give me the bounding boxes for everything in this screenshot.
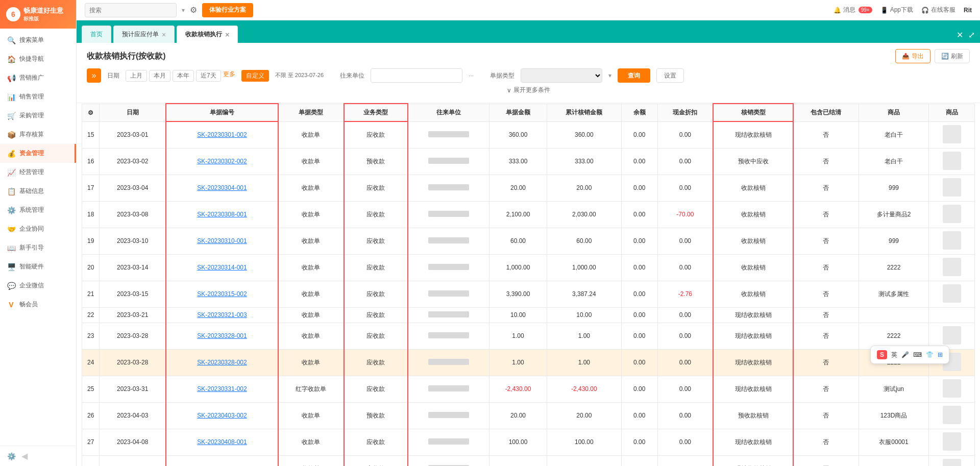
bill-no-link[interactable]: SK-20230310-001: [197, 237, 247, 244]
cell-partner: [408, 323, 489, 349]
cell-biz-type: 预收款: [344, 148, 408, 175]
shirt-icon[interactable]: 👕: [926, 351, 934, 358]
keyboard-icon[interactable]: ⌨: [913, 351, 922, 358]
filter-expand-toggle[interactable]: »: [87, 68, 101, 83]
grid-icon[interactable]: ⊞: [938, 351, 943, 358]
cell-biz-type: 应收款: [344, 429, 408, 455]
sidebar-item-search[interactable]: 🔍 搜索菜单: [0, 31, 76, 50]
cell-no: 21: [82, 281, 100, 307]
cell-bill-type: 收款单: [278, 121, 344, 148]
more-date-options[interactable]: 更多: [223, 70, 235, 82]
collapse-icon[interactable]: ◀: [21, 451, 28, 461]
sidebar-item-quick-nav[interactable]: 🏠 快捷导航: [0, 50, 76, 68]
receipt-type-select[interactable]: 收款单 红字收款单: [521, 68, 602, 83]
cell-no: 17: [82, 175, 100, 201]
bill-no-link[interactable]: SK-20230321-003: [197, 311, 247, 318]
settings-bottom-icon[interactable]: ⚙️: [7, 452, 15, 460]
bill-no-link[interactable]: SK-20230302-002: [197, 158, 247, 165]
topbar-settings-icon[interactable]: ⚙: [190, 5, 197, 15]
tab-preorder-close-icon[interactable]: ×: [162, 31, 166, 38]
partner-masked: [428, 131, 469, 137]
refresh-button[interactable]: 🔄 刷新: [935, 49, 970, 63]
expand-more-button[interactable]: ∨ 展开更多条件: [507, 86, 550, 94]
sidebar-item-label: 系统管理: [19, 206, 44, 214]
brand-s-icon: S: [877, 350, 887, 359]
sidebar-item-marketing[interactable]: 📢 营销推广: [0, 68, 76, 87]
mic-icon[interactable]: 🎤: [901, 351, 909, 358]
custom-date-button[interactable]: 自定义: [241, 70, 269, 82]
cell-biz-type: 应收款: [344, 307, 408, 323]
sidebar-item-label: 库存核算: [19, 130, 44, 139]
query-button[interactable]: 查询: [618, 68, 650, 83]
sidebar-item-inventory[interactable]: 📦 库存核算: [0, 125, 76, 144]
tab-home[interactable]: 首页: [82, 26, 111, 43]
bill-no-link[interactable]: SK-20230308-001: [197, 211, 247, 218]
table-wrapper: ⚙ 日期 单据编号 单据类型 业务类型 往来单位 单据金额 累计核销金额 余额 …: [77, 103, 980, 466]
partner-filter-dots[interactable]: ···: [469, 72, 474, 79]
this-month-button[interactable]: 本月: [149, 70, 170, 82]
logo-text: 畅康道好生意 标推版: [23, 6, 63, 22]
cell-date: 2023-03-14: [100, 254, 166, 281]
tab-preorder[interactable]: 预计应应付单 ×: [113, 26, 175, 43]
table-row: 18 2023-03-08 SK-20230308-001 收款单 应收款 2,…: [82, 201, 975, 228]
setting-button[interactable]: 设置: [656, 68, 684, 83]
cell-bill-no: SK-20230328-002: [166, 349, 278, 376]
export-button[interactable]: 📤 导出: [895, 49, 930, 63]
app-download-button[interactable]: 📱 App下载: [880, 6, 913, 14]
sidebar-nav: 🔍 搜索菜单 🏠 快捷导航 📢 营销推广 📊 销售管理 🛒 采购管理 📦 库存核…: [0, 29, 76, 446]
this-year-button[interactable]: 本年: [173, 70, 194, 82]
bill-no-link[interactable]: SK-20230315-002: [197, 290, 247, 298]
cell-cancel-type: 现结收款核销: [713, 307, 793, 323]
last-7days-button[interactable]: 近7天: [196, 70, 221, 82]
tab-collection-close-icon[interactable]: ×: [225, 31, 229, 38]
bell-icon: 🔔: [834, 7, 841, 14]
cell-include-settled: 否: [793, 455, 859, 466]
sidebar-item-wechat[interactable]: 💬 企业微信: [0, 276, 76, 295]
cell-balance: 0.00: [621, 455, 657, 466]
expand-arrows-icon: »: [92, 71, 96, 80]
industry-solution-button[interactable]: 体验行业方案: [202, 3, 253, 17]
cell-date: 2023-04-18: [100, 455, 166, 466]
bill-no-link[interactable]: SK-20230304-001: [197, 184, 247, 191]
sidebar-item-sales[interactable]: 📊 销售管理: [0, 87, 76, 106]
cell-cumulative: 1.00: [547, 349, 621, 376]
sidebar-item-operation[interactable]: 📈 经营管理: [0, 163, 76, 182]
sidebar-item-guide[interactable]: 📖 新手引导: [0, 238, 76, 257]
service-label: 在线客服: [931, 6, 955, 14]
bill-no-link[interactable]: SK-20230331-002: [197, 385, 247, 393]
cell-no: 26: [82, 402, 100, 429]
topbar-right: 🔔 消息 99+ 📱 App下载 🎧 在线客服 Rit: [834, 6, 972, 14]
user-account[interactable]: Rit: [964, 7, 972, 14]
cell-partner: [408, 201, 489, 228]
search-input[interactable]: [85, 3, 177, 17]
sidebar-item-finance[interactable]: 💰 资金管理: [0, 144, 76, 163]
book-icon: 📖: [7, 244, 15, 252]
bill-no-link[interactable]: SK-20230408-001: [197, 438, 247, 446]
cell-amount: 360.00: [489, 121, 547, 148]
bill-no-link[interactable]: SK-20230328-002: [197, 359, 247, 366]
bill-no-link[interactable]: SK-20230301-002: [197, 131, 247, 138]
sidebar-item-basic[interactable]: 📋 基础信息: [0, 182, 76, 201]
bill-no-link[interactable]: SK-20230328-001: [197, 332, 247, 339]
sidebar-item-corp[interactable]: 🤝 企业协同: [0, 219, 76, 238]
dropdown-icon[interactable]: ▾: [182, 7, 185, 14]
partner-filter-input[interactable]: [371, 68, 462, 83]
cell-discount: 0.00: [657, 455, 713, 466]
tab-collection[interactable]: 收款核销执行 ×: [177, 26, 238, 43]
bill-no-link[interactable]: SK-20230314-001: [197, 264, 247, 271]
expand-window-icon[interactable]: ⤢: [968, 30, 975, 40]
messages-button[interactable]: 🔔 消息 99+: [834, 6, 872, 14]
cell-bill-no: SK-20230301-002: [166, 121, 278, 148]
close-tab-icon[interactable]: ✕: [957, 30, 963, 40]
receipt-type-dropdown-icon[interactable]: ▾: [608, 72, 611, 79]
sidebar-item-hardware[interactable]: 🖥️ 智能硬件: [0, 257, 76, 276]
sidebar-item-purchase[interactable]: 🛒 采购管理: [0, 106, 76, 125]
cell-include-settled: 否: [793, 376, 859, 402]
bill-no-link[interactable]: SK-20230403-002: [197, 412, 247, 419]
sidebar-item-member[interactable]: V 畅会员: [0, 295, 76, 314]
col-settings[interactable]: ⚙: [82, 104, 100, 121]
sidebar-item-system[interactable]: ⚙️ 系统管理: [0, 201, 76, 219]
online-service-button[interactable]: 🎧 在线客服: [921, 6, 955, 14]
last-month-button[interactable]: 上月: [126, 70, 147, 82]
gear-icon: ⚙️: [7, 206, 15, 214]
